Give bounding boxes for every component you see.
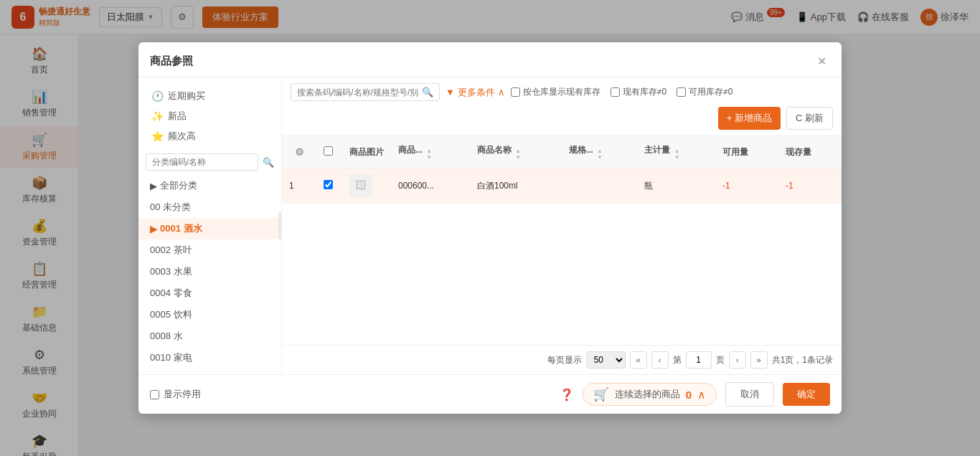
show-disabled-input[interactable] (150, 390, 159, 399)
collapse-panel-btn[interactable]: ‹‹ (278, 213, 282, 239)
table-settings-btn[interactable]: ⚙ (289, 142, 309, 162)
row-available-cell: -1 (715, 168, 778, 204)
row-checkbox-cell (316, 168, 342, 204)
more-filter-button[interactable]: ▼ 更多条件 ∧ (446, 86, 505, 99)
product-search-box: 🔍 (291, 83, 440, 101)
quick-section: 🕐 近期购买 ✨ 新品 ⭐ 频次高 (138, 83, 281, 149)
clock-icon: 🕐 (151, 90, 164, 102)
first-page-button[interactable]: « (630, 351, 647, 369)
next-page-button[interactable]: › (729, 351, 746, 369)
cat-item-0001[interactable]: ▶ 0001 酒水 (138, 218, 281, 239)
modal-header: 商品参照 ✕ (138, 42, 842, 77)
sort-name-icon: ▲▼ (515, 148, 521, 161)
product-toolbar: 🔍 ▼ 更多条件 ∧ 按仓库显示现有库存 现 (282, 77, 842, 136)
select-all-checkbox[interactable] (324, 146, 333, 156)
row-unit-cell: 瓶 (637, 168, 715, 204)
product-panel: 🔍 ▼ 更多条件 ∧ 按仓库显示现有库存 现 (282, 77, 842, 374)
cart-count: 0 (686, 389, 692, 401)
available-stock-input[interactable] (611, 87, 620, 97)
page-label-2: 页 (716, 354, 725, 366)
current-page-input[interactable] (686, 351, 712, 369)
product-search-input[interactable] (297, 87, 419, 98)
category-list: ▶ 全部分类 00 未分类 ▶ 0001 酒水 0002 茶叶 0003 水果 (138, 175, 281, 369)
col-header-available[interactable]: 可用量 (715, 136, 778, 168)
modal-body: 🕐 近期购买 ✨ 新品 ⭐ 频次高 ‹‹ (138, 77, 842, 374)
cat-item-0005[interactable]: 0005 饮料 (138, 304, 281, 326)
cat-item-all[interactable]: ▶ 全部分类 (138, 175, 281, 196)
pagination: 每页显示 50 20 100 « ‹ 第 页 › » 共1页，1条记录 (282, 345, 842, 374)
cat-arrow-all: ▶ (150, 181, 157, 191)
confirm-button[interactable]: 确定 (783, 383, 830, 406)
page-label: 第 (673, 354, 682, 366)
cat-arrow-0001: ▶ (150, 224, 157, 234)
refresh-button[interactable]: C 刷新 (786, 107, 833, 130)
quick-item-new[interactable]: ✨ 新品 (146, 106, 274, 126)
new-icon: ✨ (151, 110, 164, 122)
row-code-cell: 000600... (391, 168, 470, 204)
col-header-image: 商品图片 (342, 136, 391, 168)
page-size-select[interactable]: 50 20 100 (586, 351, 626, 369)
total-info: 共1页，1条记录 (772, 354, 833, 366)
checkbox-available-stock[interactable]: 现有库存≠0 (611, 86, 666, 98)
col-header-code[interactable]: 商品... ▲▼ (391, 136, 470, 168)
col-header-stock[interactable]: 现存量 (778, 136, 842, 168)
toolbar-right: + 新增商品 C 刷新 (718, 107, 833, 130)
modal-title: 商品参照 (150, 54, 193, 68)
checkbox-usable-stock[interactable]: 可用库存≠0 (677, 86, 732, 98)
table-header-row: ⚙ 商品图片 商品... ▲▼ (282, 136, 842, 168)
modal-overlay[interactable]: 商品参照 ✕ 🕐 近期购买 ✨ 新品 ⭐ (0, 0, 980, 456)
col-header-unit[interactable]: 主计量 ▲▼ (637, 136, 715, 168)
last-page-button[interactable]: » (750, 351, 768, 369)
show-disabled-checkbox-label[interactable]: 显示停用 (150, 388, 201, 401)
usable-stock-input[interactable] (677, 87, 686, 97)
col-header-spec[interactable]: 规格... ▲▼ (562, 136, 638, 168)
category-search-input[interactable] (146, 153, 258, 171)
row-index: 1 (282, 168, 316, 204)
product-reference-modal: 商品参照 ✕ 🕐 近期购买 ✨ 新品 ⭐ (138, 42, 842, 414)
cart-label: 连续选择的商品 (615, 388, 680, 401)
filter-icon: ▼ (446, 87, 455, 98)
cat-item-0002[interactable]: 0002 茶叶 (138, 239, 281, 261)
prev-page-button[interactable]: ‹ (651, 351, 669, 369)
sort-code-icon: ▲▼ (426, 148, 432, 161)
cat-item-0003[interactable]: 0003 水果 (138, 261, 281, 282)
cart-area[interactable]: 🛒 连续选择的商品 0 ∧ (583, 383, 717, 406)
add-product-button[interactable]: + 新增商品 (718, 107, 781, 130)
cat-item-0010[interactable]: 0010 家电 (138, 347, 281, 369)
checkbox-stock-by-warehouse[interactable]: 按仓库显示现有库存 (511, 86, 600, 98)
filter-arrow-icon: ∧ (498, 87, 505, 98)
filter-checkboxes: 按仓库显示现有库存 现有库存≠0 可用库存≠0 (511, 86, 733, 98)
row-image-cell: 🖼 (342, 168, 391, 204)
category-panel: 🕐 近期购买 ✨ 新品 ⭐ 频次高 ‹‹ (138, 77, 282, 374)
sort-spec-icon: ▲▼ (597, 148, 603, 161)
cat-item-0004[interactable]: 0004 零食 (138, 282, 281, 304)
search-icon[interactable]: 🔍 (422, 87, 433, 98)
cat-item-00[interactable]: 00 未分类 (138, 196, 281, 218)
cancel-button[interactable]: 取消 (725, 382, 774, 407)
image-icon: 🖼 (355, 179, 367, 192)
category-search: 🔍 (138, 149, 281, 175)
help-icon[interactable]: ❓ (560, 388, 574, 402)
row-checkbox[interactable] (324, 180, 333, 189)
collapse-cart-icon[interactable]: ∧ (697, 388, 706, 402)
row-spec-cell (562, 168, 638, 204)
quick-item-frequent[interactable]: ⭐ 频次高 (146, 126, 274, 146)
product-image: 🖼 (349, 174, 372, 197)
modal-footer: 显示停用 ❓ 🛒 连续选择的商品 0 ∧ 取消 确定 (138, 374, 842, 414)
modal-close-button[interactable]: ✕ (813, 52, 830, 70)
row-name-cell: 白酒100ml (470, 168, 562, 204)
row-stock-cell: -1 (778, 168, 842, 204)
col-header-name[interactable]: 商品名称 ▲▼ (470, 136, 562, 168)
stock-by-warehouse-input[interactable] (511, 87, 520, 97)
star-icon: ⭐ (151, 130, 164, 142)
page-size-label: 每页显示 (547, 354, 582, 366)
table-row[interactable]: 1 🖼 000600... (282, 168, 842, 204)
sort-unit-icon: ▲▼ (674, 148, 680, 161)
product-table: ⚙ 商品图片 商品... ▲▼ (282, 136, 842, 204)
category-search-icon[interactable]: 🔍 (263, 157, 274, 168)
footer-right: ❓ 🛒 连续选择的商品 0 ∧ 取消 确定 (560, 382, 830, 407)
cart-icon: 🛒 (593, 386, 609, 402)
product-table-wrap: ⚙ 商品图片 商品... ▲▼ (282, 136, 842, 345)
cat-item-0008[interactable]: 0008 水 (138, 326, 281, 347)
quick-item-recent[interactable]: 🕐 近期购买 (146, 86, 274, 106)
